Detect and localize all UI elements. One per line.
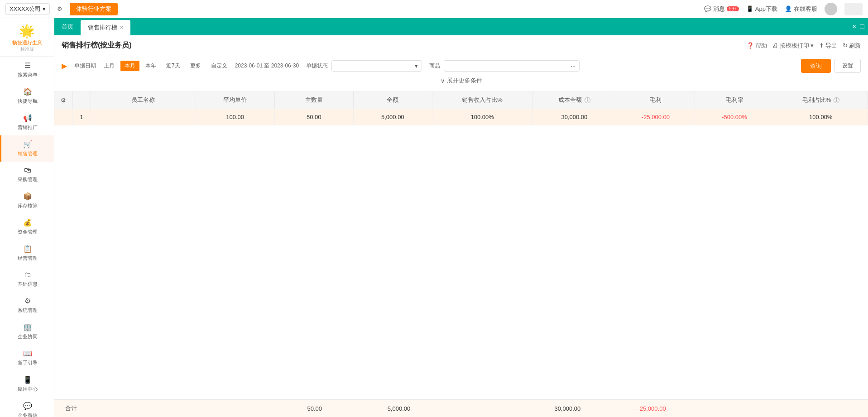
goods-input[interactable]: ···: [444, 60, 580, 72]
sidebar-item-quick-nav[interactable]: 🏠 快捷导航: [0, 83, 54, 109]
sidebar-item-system[interactable]: ⚙ 系统管理: [0, 292, 54, 318]
col-amount: 全额: [353, 91, 432, 109]
date-tab-more[interactable]: 更多: [186, 61, 205, 71]
status-filter-item: 单据状态 ▾: [306, 60, 422, 72]
app-download-label: App下载: [755, 5, 777, 13]
page-content: 销售排行榜(按业务员) ❓ 帮助 🖨 按模板打印 ▾ ⬆: [54, 35, 868, 417]
sidebar-item-apps[interactable]: 📱 应用中心: [0, 371, 54, 397]
cost-info-icon[interactable]: i: [585, 97, 590, 103]
sidebar-label-search: 搜索菜单: [18, 72, 38, 78]
user-name-area[interactable]: [844, 3, 863, 15]
sidebar-item-inventory[interactable]: 📦 库存核算: [0, 187, 54, 214]
page-title-row: 销售排行榜(按业务员) ❓ 帮助 🖨 按模板打印 ▾ ⬆: [62, 41, 861, 54]
apps-icon: 📱: [23, 375, 32, 384]
sidebar-item-operation[interactable]: 📋 经营管理: [0, 240, 54, 266]
window-close-icon[interactable]: ×: [852, 23, 856, 31]
sidebar-label-system: 系统管理: [18, 307, 38, 314]
row-qty: 50.00: [274, 109, 353, 125]
sidebar-label-inventory: 库存核算: [18, 202, 38, 209]
date-tab-current-year[interactable]: 本年: [141, 61, 160, 71]
date-tab-custom[interactable]: 自定义: [207, 61, 231, 71]
wechat-icon: 💬: [23, 402, 32, 410]
sidebar: 🌟 畅捷通好生意 标准版 ☰ 搜索菜单 🏠 快捷导航 📢 营销推广 🛒 销售管理…: [0, 18, 54, 417]
sidebar-label-purchase: 采购管理: [18, 176, 38, 183]
enterprise-icon: 🏢: [23, 323, 32, 331]
sidebar-item-guide[interactable]: 📖 新手引导: [0, 345, 54, 371]
date-tab-current-month[interactable]: 本月: [120, 61, 139, 71]
date-tab-prev-month[interactable]: 上月: [100, 61, 119, 71]
export-button[interactable]: ⬆ 导出: [819, 42, 837, 50]
gross-ratio-info-icon[interactable]: i: [834, 97, 839, 103]
col-gear[interactable]: ⚙: [54, 91, 72, 109]
tab-bar-actions: × □: [852, 23, 868, 31]
top-bar-left: XXXXX公司 ▾ ⚙ 体验行业方案: [5, 3, 118, 15]
app-download-item[interactable]: 📱 App下载: [746, 5, 777, 13]
sidebar-label-operation: 经营管理: [18, 255, 38, 262]
refresh-icon: ↻: [843, 42, 848, 49]
sidebar-logo: 🌟 畅捷通好生意 标准版: [0, 18, 54, 57]
sidebar-item-purchase[interactable]: 🛍 采购管理: [0, 162, 54, 187]
tab-home[interactable]: 首页: [54, 18, 81, 35]
tab-sales-ranking[interactable]: 销售排行榜 ×: [81, 20, 130, 35]
table-header-row: ⚙ 员工名称 平均单价 主数量 全额 销售收入占比% 成本全额 i: [54, 91, 868, 109]
sidebar-item-enterprise[interactable]: 🏢 企业协同: [0, 318, 54, 345]
sidebar-item-marketing[interactable]: 📢 营销推广: [0, 109, 54, 135]
template-print-button[interactable]: 🖨 按模板打印 ▾: [772, 42, 814, 50]
online-service-label: 在线客服: [794, 5, 817, 13]
filter-toggle-icon[interactable]: ▶: [62, 62, 67, 70]
export-label: 导出: [825, 42, 837, 50]
print-chevron-icon: ▾: [810, 42, 814, 49]
help-button[interactable]: ❓ 帮助: [747, 42, 767, 50]
main-layout: 🌟 畅捷通好生意 标准版 ☰ 搜索菜单 🏠 快捷导航 📢 营销推广 🛒 销售管理…: [0, 18, 868, 417]
row-cost: 30,000.00: [532, 109, 616, 125]
refresh-button[interactable]: ↻ 刷新: [843, 42, 861, 50]
help-icon: ❓: [747, 42, 754, 49]
window-maximize-icon[interactable]: □: [860, 23, 864, 31]
sidebar-item-search[interactable]: ☰ 搜索菜单: [0, 57, 54, 83]
sidebar-label-guide: 新手引导: [18, 359, 38, 366]
sidebar-label-sales: 销售管理: [18, 150, 38, 157]
setting-button[interactable]: 设置: [834, 59, 861, 73]
company-name: XXXXX公司: [10, 5, 41, 13]
logo-sub: 标准版: [20, 46, 34, 53]
template-print-label: 按模板打印: [780, 42, 809, 50]
top-bar: XXXXX公司 ▾ ⚙ 体验行业方案 💬 消息 99+ 📱 App下载 👤 在线…: [0, 0, 868, 18]
online-service-item[interactable]: 👤 在线客服: [785, 5, 817, 13]
service-icon: 👤: [785, 5, 792, 12]
chevron-down-icon: ▾: [43, 5, 46, 12]
row-avg-price: 100.00: [196, 109, 274, 125]
message-badge: 99+: [727, 6, 739, 11]
status-select-chevron: ▾: [415, 62, 418, 69]
expand-more-button[interactable]: ∨ 展开更多条件: [441, 77, 482, 85]
column-settings-icon: ⚙: [61, 97, 66, 104]
date-filter-item: 单据日期 上月 本月 本年 近7天 更多 自定义 2023-06-01 至 20…: [74, 61, 299, 71]
home-icon: 🏠: [23, 87, 32, 96]
goods-filter-item: 商品 ···: [429, 60, 580, 72]
sidebar-label-finance: 资金管理: [18, 229, 38, 235]
footer-qty: 50.00: [273, 405, 357, 412]
sidebar-item-wechat[interactable]: 💬 企业微信: [0, 397, 54, 417]
date-range-display: 2023-06-01 至 2023-06-30: [235, 62, 299, 70]
row-employee-name: [91, 109, 196, 125]
date-tab-7days[interactable]: 近7天: [162, 61, 184, 71]
status-select[interactable]: ▾: [331, 60, 422, 72]
settings-icon[interactable]: ⚙: [53, 3, 66, 15]
message-label: 消息: [713, 5, 725, 13]
col-gross-rate: 毛利率: [695, 91, 774, 109]
col-gross: 毛利: [616, 91, 695, 109]
trial-button[interactable]: 体验行业方案: [70, 3, 118, 15]
query-button[interactable]: 查询: [801, 59, 831, 73]
goods-input-more: ···: [571, 62, 575, 69]
sidebar-label-wechat: 企业微信: [18, 412, 38, 417]
guide-icon: 📖: [23, 349, 32, 358]
message-item[interactable]: 💬 消息 99+: [704, 5, 739, 13]
sidebar-item-basic[interactable]: 🗂 基础信息: [0, 266, 54, 292]
company-selector[interactable]: XXXXX公司 ▾: [5, 3, 50, 15]
sidebar-item-sales[interactable]: 🛒 销售管理: [0, 135, 54, 162]
col-sales-ratio: 销售收入占比%: [432, 91, 532, 109]
sidebar-label-apps: 应用中心: [18, 386, 38, 393]
status-filter-label: 单据状态: [306, 62, 328, 70]
tab-close-icon[interactable]: ×: [120, 24, 123, 31]
sidebar-item-finance[interactable]: 💰 资金管理: [0, 214, 54, 240]
user-avatar[interactable]: [825, 3, 837, 15]
